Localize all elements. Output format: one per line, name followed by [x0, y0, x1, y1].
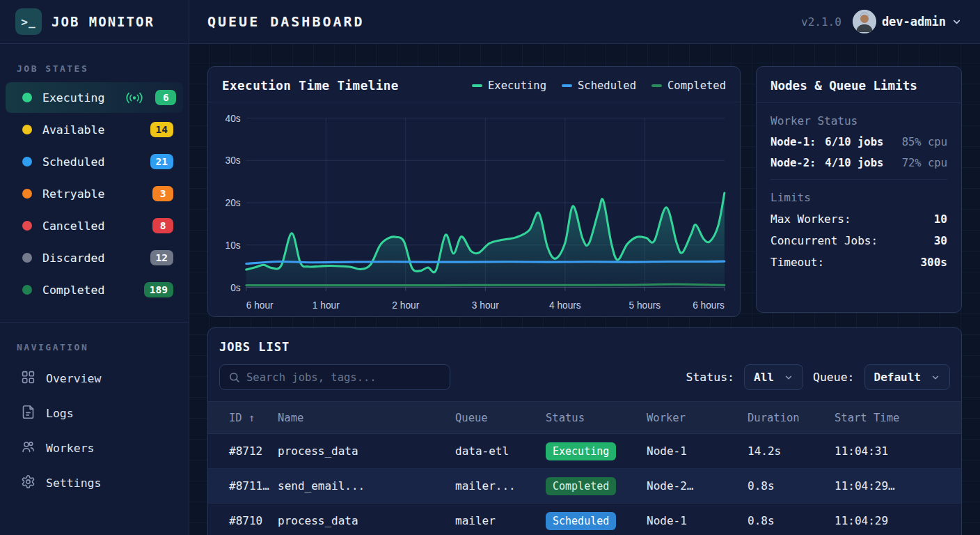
job-duration: 0.8s [748, 469, 835, 504]
status-filter-value: All [754, 371, 774, 384]
search-icon [228, 371, 240, 383]
job-duration: 14.2s [748, 434, 835, 469]
job-id[interactable]: #8710 [208, 504, 278, 535]
job-start-time: 11:04:29 [835, 504, 961, 535]
state-dot-icon [22, 93, 32, 102]
column-header-label: ID ↑ [229, 412, 255, 424]
chevron-down-icon [931, 373, 940, 382]
legend-label: Executing [488, 79, 546, 92]
node-jobs: 6/10 jobs [825, 136, 883, 148]
state-dot-icon [22, 285, 32, 295]
queue-filter-label: Queue: [813, 371, 855, 384]
avatar[interactable] [853, 10, 876, 33]
state-dot-icon [22, 253, 32, 263]
sidebar-state-executing[interactable]: Executing6 [6, 82, 183, 113]
job-start-time-text: 11:04:29 [835, 514, 888, 527]
column-header-label: Start Time [835, 412, 899, 424]
column-header-name[interactable]: Name [278, 402, 455, 434]
node-cpu: 72% cpu [902, 157, 947, 169]
nav-item-label: Settings [46, 476, 101, 490]
worker-status-row: Node-2:4/10 jobs72% cpu [770, 157, 947, 169]
state-dot-icon [22, 221, 32, 231]
status-filter-label: Status: [686, 371, 735, 384]
sidebar-item-overview[interactable]: Overview [6, 362, 183, 394]
jobs-list-title: JOBS LIST [219, 340, 950, 354]
document-icon [21, 405, 35, 422]
job-queue: mailer [455, 504, 546, 535]
search-box[interactable] [219, 364, 450, 390]
chart-legend: ExecutingScheduledCompleted [472, 79, 726, 92]
queue-filter-select[interactable]: Default [864, 364, 950, 390]
state-label: Retryable [42, 187, 104, 201]
sidebar-state-available[interactable]: Available14 [6, 114, 183, 145]
table-row[interactable]: #8710process_datamailerScheduledNode-10.… [208, 504, 961, 535]
table-row[interactable]: #8712process_datadata-etlExecutingNode-1… [208, 434, 961, 469]
job-queue-text: data-etl [455, 444, 509, 458]
navigation-section-label: NAVIGATION [0, 323, 189, 359]
state-dot-icon [22, 189, 32, 199]
jobs-table-header-row: ID ↑NameQueueStatusWorkerDurationStart T… [208, 402, 961, 434]
column-header-queue[interactable]: Queue [455, 402, 546, 434]
sidebar-state-scheduled[interactable]: Scheduled21 [6, 146, 183, 177]
job-start-time: 11:04:29… [835, 469, 961, 504]
sidebar-item-workers[interactable]: Workers [6, 432, 183, 464]
column-header-start-time[interactable]: Start Time [835, 402, 961, 434]
worker-status-list: Node-1:6/10 jobs85% cpuNode-2:4/10 jobs7… [770, 136, 947, 169]
status-badge: Executing [546, 442, 616, 460]
jobs-table: ID ↑NameQueueStatusWorkerDurationStart T… [208, 401, 961, 535]
job-id[interactable]: #8711… [208, 469, 278, 504]
queue-filter-value: Default [874, 371, 921, 384]
legend-label: Completed [667, 79, 726, 92]
top-header: QUEUE DASHBOARD v2.1.0 dev-admin [189, 0, 980, 44]
job-start-time-text: 11:04:31 [835, 444, 888, 458]
column-header-id[interactable]: ID ↑ [208, 402, 278, 434]
legend-dash-icon [472, 84, 482, 87]
state-count-badge: 189 [144, 282, 173, 297]
limit-row: Max Workers:10 [770, 212, 947, 226]
job-queue: data-etl [455, 434, 546, 469]
chevron-down-icon [951, 17, 962, 27]
sidebar-state-completed[interactable]: Completed189 [6, 274, 183, 305]
job-start-time: 11:04:31 [835, 434, 961, 469]
users-icon [21, 440, 35, 457]
job-id-text: #8712 [229, 444, 262, 458]
job-duration-text: 14.2s [748, 444, 781, 458]
nav-item-label: Workers [46, 442, 95, 455]
sidebar-item-logs[interactable]: Logs [6, 397, 183, 429]
limit-label: Max Workers: [770, 212, 851, 226]
limit-row: Concurrent Jobs:30 [770, 234, 947, 247]
job-duration-text: 0.8s [748, 514, 775, 527]
job-name-text: process_data [278, 514, 358, 527]
column-header-label: Queue [455, 412, 488, 424]
column-header-duration[interactable]: Duration [748, 402, 835, 434]
x-axis-tick: 6 hour [246, 300, 274, 311]
table-row[interactable]: #8711…send_email...mailer...CompletedNod… [208, 469, 961, 504]
column-header-label: Duration [748, 412, 800, 424]
gear-icon [21, 474, 35, 492]
job-name: send_email... [278, 469, 455, 504]
column-header-worker[interactable]: Worker [647, 402, 748, 434]
user-name: dev-admin [882, 15, 946, 29]
sidebar-state-retryable[interactable]: Retryable3 [6, 178, 183, 209]
y-axis-tick: 10s [226, 240, 241, 251]
state-label: Scheduled [42, 155, 104, 169]
user-menu[interactable]: dev-admin [853, 10, 962, 33]
app-logo: >_ JOB MONITOR [0, 0, 189, 44]
job-id[interactable]: #8712 [208, 434, 278, 469]
nav-item-label: Overview [46, 372, 101, 385]
column-header-status[interactable]: Status [546, 402, 647, 434]
job-worker: Node-1 [647, 434, 748, 469]
job-worker-text: Node-1 [647, 514, 687, 527]
search-input[interactable] [246, 371, 441, 384]
limit-value: 10 [934, 212, 947, 226]
jobs-list-panel: JOBS LIST Status: All Queue: [207, 327, 962, 535]
sidebar-item-settings[interactable]: Settings [6, 467, 183, 499]
legend-dash-icon [651, 84, 662, 87]
x-axis-tick: 5 hours [629, 300, 661, 311]
status-filter-select[interactable]: All [744, 364, 803, 390]
job-queue-text: mailer [455, 514, 496, 527]
x-axis-tick: 2 hour [392, 300, 419, 311]
state-label: Discarded [42, 251, 104, 265]
sidebar-state-cancelled[interactable]: Cancelled8 [6, 210, 183, 241]
sidebar-state-discarded[interactable]: Discarded12 [6, 242, 183, 273]
